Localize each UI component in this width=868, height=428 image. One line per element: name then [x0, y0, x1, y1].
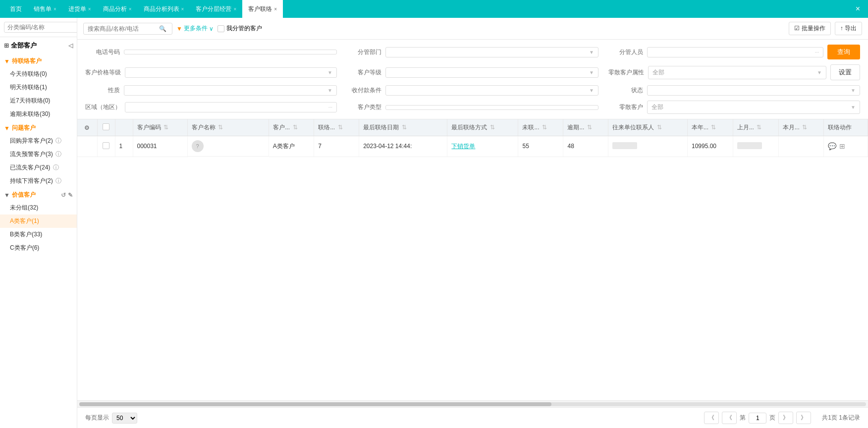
filter-search-input[interactable] — [88, 25, 157, 32]
close-customer-segment-icon[interactable]: × — [233, 6, 236, 12]
nav-purchase[interactable]: 进货单 × — [62, 0, 97, 18]
filter-more-button[interactable]: ▼ 更多条件 ∨ — [176, 24, 214, 33]
sidebar-item-today-contact[interactable]: 今天待联络(0) — [0, 67, 77, 81]
export-button[interactable]: ↑ 导出 — [835, 22, 862, 35]
my-customers-filter[interactable]: 我分管的客户 — [217, 24, 262, 33]
td-action: 💬 ⊞ — [823, 136, 868, 157]
nav-customer-segment[interactable]: 客户分层经营 × — [190, 0, 242, 18]
sidebar-item-repurchase-abnormal[interactable]: 回购异常客户(2) ⓘ — [0, 134, 77, 148]
sidebar-item-lost[interactable]: 已流失客户(24) ⓘ — [0, 161, 77, 174]
sidebar-item-loss-warning[interactable]: 流失预警客户(3) ⓘ — [0, 148, 77, 161]
nav-sales[interactable]: 销售单 × — [28, 0, 62, 18]
chat-icon[interactable]: 💬 — [828, 142, 836, 150]
close-all-button[interactable]: × — [852, 4, 864, 13]
section-value-customer[interactable]: ▼ 价值客户 ↺ ✎ — [0, 188, 77, 201]
th-last-contact-date[interactable]: 最后联络日期 ⇅ — [359, 119, 447, 136]
batch-op-button[interactable]: ☑ 批量操作 — [789, 22, 830, 35]
page-input[interactable] — [749, 413, 766, 424]
section-pending-contact[interactable]: ▼ 待联络客户 — [0, 54, 77, 67]
customer-level-label: 客户等级 — [347, 68, 381, 77]
th-this-year[interactable]: 本年... ⇅ — [687, 119, 733, 136]
sidebar-item-ungrouped[interactable]: 未分组(32) — [0, 201, 77, 214]
close-customer-contact-icon[interactable]: × — [274, 6, 277, 12]
grid-action-icon[interactable]: ⊞ — [839, 142, 845, 150]
sidebar-item-b-class[interactable]: B类客户(33) — [0, 228, 77, 241]
th-last-contact-method[interactable]: 最后联络方式 ⇅ — [447, 119, 518, 136]
th-checkbox[interactable] — [97, 119, 115, 136]
th-this-month[interactable]: 本月... ⇅ — [778, 119, 823, 136]
nav-customer-contact[interactable]: 客户联络 × — [242, 0, 283, 18]
th-gear[interactable]: ⚙ — [77, 119, 97, 136]
filter-search-box: 🔍 — [83, 23, 172, 35]
setting-button[interactable]: 设置 — [830, 64, 860, 80]
sidebar-search-input[interactable] — [4, 22, 77, 33]
filter-row-price-level: 客户价格等级 ▼ — [85, 64, 337, 80]
refresh-icon[interactable]: ↺ — [61, 192, 66, 199]
sidebar-item-7days-contact[interactable]: 近7天待联络(0) — [0, 94, 77, 107]
triangle-icon-2: ▼ — [4, 125, 10, 132]
price-level-chevron: ▼ — [327, 70, 332, 75]
customer-level-select[interactable]: ▼ — [385, 67, 598, 78]
sidebar-all-customers[interactable]: ⊞ 全部客户 ◁ — [0, 37, 77, 54]
dept-select[interactable]: ▼ — [385, 47, 598, 57]
sidebar-item-overdue-contact[interactable]: 逾期未联络(30) — [0, 107, 77, 121]
nature-label: 性质 — [85, 86, 120, 95]
nav-product-analysis[interactable]: 商品分析 × — [97, 0, 138, 18]
th-contact-count[interactable]: 联络... ⇅ — [314, 119, 359, 136]
price-level-label: 客户价格等级 — [85, 68, 121, 77]
horizontal-scrollbar[interactable] — [77, 400, 868, 407]
close-product-analysis-list-icon[interactable]: × — [181, 6, 184, 12]
filter-icon: ▼ — [176, 25, 182, 32]
name-badge: ? — [192, 140, 204, 152]
retail-customer-select[interactable]: 全部 ▼ — [647, 101, 860, 114]
nav-product-analysis-list[interactable]: 商品分析列表 × — [138, 0, 190, 18]
sidebar-item-c-class[interactable]: C类客户(6) — [0, 241, 77, 255]
scrollbar-thumb[interactable] — [79, 402, 551, 406]
td-checkbox[interactable] — [97, 136, 115, 157]
region-input[interactable]: ··· — [125, 102, 337, 112]
status-select[interactable]: ▼ — [647, 85, 860, 96]
sidebar-item-tomorrow-contact[interactable]: 明天待联络(1) — [0, 81, 77, 94]
th-type[interactable]: 客户... ⇅ — [269, 119, 314, 136]
filter-search-icon[interactable]: 🔍 — [159, 25, 166, 32]
close-purchase-icon[interactable]: × — [88, 6, 91, 12]
nature-select[interactable]: ▼ — [124, 85, 337, 96]
td-last-contact-method[interactable]: 下销货单 — [447, 136, 518, 157]
visit-contact-placeholder — [612, 142, 637, 149]
th-name[interactable]: 客户名称 ⇅ — [187, 119, 269, 136]
th-overdue[interactable]: 逾期... ⇅ — [563, 119, 608, 136]
td-index: 1 — [115, 136, 133, 157]
adv-filter: 电话号码 分管部门 ▼ 分管人员 ··· 查询 客户价格等级 — [77, 40, 868, 119]
edit-icon[interactable]: ✎ — [68, 192, 73, 199]
sidebar-item-a-class[interactable]: A类客户(1) — [0, 214, 77, 228]
first-page-button[interactable]: 《 — [704, 412, 719, 424]
next-page-button[interactable]: 》 — [778, 412, 793, 424]
retail-attr-select[interactable]: 全部 ▼ — [648, 66, 826, 79]
last-page-button[interactable]: 》 — [796, 412, 811, 424]
th-last-month[interactable]: 上月... ⇅ — [733, 119, 778, 136]
query-button[interactable]: 查询 — [827, 45, 860, 59]
customer-type-input[interactable] — [385, 105, 598, 110]
prev-page-button[interactable]: 《 — [722, 412, 737, 424]
per-page-select[interactable]: 50 100 200 — [112, 413, 137, 424]
nav-home[interactable]: 首页 — [4, 0, 28, 18]
sidebar-item-declining[interactable]: 持续下滑客户(2) ⓘ — [0, 174, 77, 188]
chevron-down-icon: ∨ — [209, 25, 214, 32]
payment-select[interactable]: ▼ — [385, 85, 598, 96]
price-level-select[interactable]: ▼ — [125, 67, 337, 78]
person-select[interactable]: ··· — [647, 47, 823, 57]
collapse-icon[interactable]: ◁ — [68, 42, 73, 49]
my-customers-checkbox[interactable] — [217, 25, 224, 32]
th-code[interactable]: 客户编码 ⇅ — [133, 119, 187, 136]
select-all-checkbox[interactable] — [103, 123, 109, 130]
person-chevron: ··· — [815, 50, 819, 55]
th-no-contact[interactable]: 未联... ⇅ — [518, 119, 563, 136]
phone-input[interactable] — [124, 50, 337, 54]
export-icon: ↑ — [840, 25, 843, 32]
close-product-analysis-icon[interactable]: × — [129, 6, 132, 12]
filter-row-person: 分管人员 ··· 查询 — [608, 45, 860, 59]
th-visit-contact[interactable]: 往来单位联系人 ⇅ — [608, 119, 688, 136]
row-checkbox[interactable] — [103, 142, 109, 149]
section-problem-customer[interactable]: ▼ 问题客户 — [0, 121, 77, 134]
close-sales-icon[interactable]: × — [54, 6, 56, 12]
